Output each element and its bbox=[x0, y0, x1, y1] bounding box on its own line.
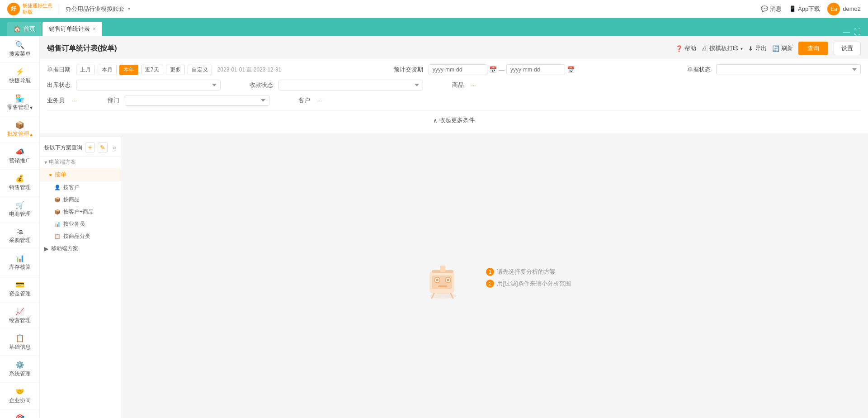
home-icon: 🏠 bbox=[14, 26, 21, 33]
filter-row-date: 单据日期 上月 本月 本年 近7天 更多 自定义 2023-01-01 至 20… bbox=[47, 64, 861, 75]
payment-status-label: 收款状态 bbox=[250, 81, 273, 89]
cal-start-icon[interactable]: 📅 bbox=[489, 66, 497, 73]
cal-end-icon[interactable]: 📅 bbox=[567, 66, 575, 73]
scheme-panel: 按以下方案查询 + ✎ « ▾ 电脑端方案 ● 按单 👤 按客户 bbox=[40, 137, 121, 418]
top-bar-left: 好 畅捷通好生意 标版 办公用品行业模拟账套 ▾ bbox=[7, 3, 130, 15]
scheme-item-by-customer[interactable]: 👤 按客户 bbox=[40, 181, 121, 194]
window-maximize-icon[interactable]: ⛶ bbox=[854, 28, 861, 36]
print-btn[interactable]: 🖨 按模板打印 ▾ bbox=[702, 44, 743, 52]
scheme-collapse-btn[interactable]: « bbox=[113, 144, 116, 151]
tab-home[interactable]: 🏠 首页 bbox=[7, 22, 42, 36]
sidebar-item-marketing[interactable]: 📣 营销推广 bbox=[0, 143, 39, 170]
by-salesperson-icon: 📊 bbox=[54, 221, 61, 227]
sidebar-item-inventory[interactable]: 📊 库存核算 bbox=[0, 249, 39, 276]
product-label: 商品 bbox=[452, 81, 464, 89]
message-btn[interactable]: 💬 消息 bbox=[761, 5, 782, 13]
tip-num-2: 2 bbox=[486, 280, 494, 288]
scheme-item-by-order[interactable]: ● 按单 bbox=[40, 168, 121, 181]
more-btn[interactable]: 更多 bbox=[166, 65, 185, 75]
top-bar: 好 畅捷通好生意 标版 办公用品行业模拟账套 ▾ 💬 消息 📱 App下载 Ea… bbox=[0, 0, 868, 18]
logo-icon: 好 bbox=[7, 3, 20, 15]
last-month-btn[interactable]: 上月 bbox=[76, 65, 95, 75]
scheme-item-by-customer-product[interactable]: 📦 按客户+商品 bbox=[40, 206, 121, 218]
user-name: demo2 bbox=[843, 5, 861, 12]
window-controls: — ⛶ bbox=[843, 28, 861, 36]
help-btn[interactable]: ❓ 帮助 bbox=[675, 44, 696, 52]
status-select[interactable] bbox=[716, 64, 861, 75]
sidebar-item-search-menu[interactable]: 🔍 搜索菜单 bbox=[0, 36, 39, 63]
print-dropdown-icon: ▾ bbox=[741, 46, 743, 51]
scheme-item-by-product-category[interactable]: 📋 按商品分类 bbox=[40, 230, 121, 242]
tab-close-icon[interactable]: × bbox=[93, 26, 96, 32]
shipping-status-select[interactable] bbox=[76, 80, 221, 90]
top-bar-right: 💬 消息 📱 App下载 Ea demo2 bbox=[761, 3, 861, 15]
window-minimize-icon[interactable]: — bbox=[843, 28, 850, 36]
custom-btn[interactable]: 自定义 bbox=[188, 65, 212, 75]
marketing-icon: 📣 bbox=[15, 147, 24, 156]
query-button[interactable]: 查询 bbox=[798, 42, 828, 55]
empty-tip-1: 1 请先选择要分析的方案 bbox=[486, 268, 571, 276]
sidebar-item-sales[interactable]: 💰 销售管理 bbox=[0, 170, 39, 196]
refresh-btn[interactable]: 🔄 刷新 bbox=[772, 44, 793, 52]
this-month-btn[interactable]: 本月 bbox=[98, 65, 117, 75]
department-wrap bbox=[125, 95, 269, 106]
app-download-btn[interactable]: 📱 App下载 bbox=[789, 5, 820, 13]
sidebar-item-new-guide[interactable]: 🎯 新手引导 bbox=[0, 409, 39, 418]
product-ellipsis-btn[interactable]: ··· bbox=[469, 82, 478, 89]
this-year-btn[interactable]: 本年 bbox=[119, 65, 138, 75]
mobile-expand-icon: ▶ bbox=[44, 246, 48, 252]
date-input-wrap: 📅 — 📅 bbox=[429, 64, 575, 75]
sidebar-item-purchase[interactable]: 🛍 采购管理 bbox=[0, 223, 39, 249]
scheme-item-by-salesperson[interactable]: 📊 按业务员 bbox=[40, 218, 121, 230]
retail-icon: 🏪 bbox=[15, 94, 24, 103]
salesperson-ellipsis-btn[interactable]: ··· bbox=[70, 97, 79, 104]
department-label: 部门 bbox=[108, 96, 119, 104]
sidebar-item-retail[interactable]: 🏪 零售管理 ▾ bbox=[0, 90, 39, 116]
sidebar-item-operations[interactable]: 📈 经营管理 bbox=[0, 303, 39, 329]
scheme-toolbar: 按以下方案查询 + ✎ « bbox=[40, 141, 121, 157]
export-btn[interactable]: ⬇ 导出 bbox=[748, 44, 767, 52]
expected-date-start[interactable] bbox=[429, 64, 487, 75]
collapse-icon: ∧ bbox=[433, 117, 438, 124]
ecommerce-icon: 🛒 bbox=[15, 201, 24, 209]
customer-ellipsis-btn[interactable]: ··· bbox=[316, 97, 324, 104]
export-icon: ⬇ bbox=[748, 45, 753, 52]
status-select-wrap bbox=[716, 64, 861, 75]
last-7days-btn[interactable]: 近7天 bbox=[141, 65, 163, 75]
user-area[interactable]: Ea demo2 bbox=[827, 3, 861, 15]
print-icon: 🖨 bbox=[702, 45, 708, 52]
sidebar: 🔍 搜索菜单 ⚡ 快捷导航 🏪 零售管理 ▾ 📦 批发管理 ▴ 📣 营销推广 bbox=[0, 36, 40, 418]
logo-text: 畅捷通好生意 标版 bbox=[23, 3, 52, 14]
scheme-item-by-product[interactable]: 📦 按商品 bbox=[40, 194, 121, 206]
main-layout: 🔍 搜索菜单 ⚡ 快捷导航 🏪 零售管理 ▾ 📦 批发管理 ▴ 📣 营销推广 bbox=[0, 36, 868, 418]
sidebar-item-wholesale[interactable]: 📦 批发管理 ▴ bbox=[0, 116, 39, 143]
date-range-text: 2023-01-01 至 2023-12-31 bbox=[217, 66, 281, 74]
scheme-edit-btn[interactable]: ✎ bbox=[98, 142, 108, 152]
department-select[interactable] bbox=[125, 95, 269, 106]
scheme-add-btn[interactable]: + bbox=[85, 142, 95, 152]
filter-panel: 单据日期 上月 本月 本年 近7天 更多 自定义 2023-01-01 至 20… bbox=[40, 59, 868, 133]
enterprise-collab-icon: 🤝 bbox=[15, 387, 24, 396]
scheme-mobile-category[interactable]: ▶ 移动端方案 bbox=[40, 242, 121, 255]
payment-status-select[interactable] bbox=[278, 80, 423, 90]
sidebar-item-enterprise-collab[interactable]: 🤝 企业协同 bbox=[0, 383, 39, 409]
scheme-pc-category: ▾ 电脑端方案 bbox=[40, 157, 121, 168]
sidebar-item-basics[interactable]: 📋 基础信息 bbox=[0, 329, 39, 356]
sidebar-item-system[interactable]: ⚙️ 系统管理 bbox=[0, 356, 39, 383]
tab-sales-order-stats[interactable]: 销售订单统计表 × bbox=[42, 22, 102, 36]
system-icon: ⚙️ bbox=[15, 361, 24, 369]
reset-button[interactable]: 设置 bbox=[834, 42, 861, 55]
content-area: 销售订单统计表(按单) ❓ 帮助 🖨 按模板打印 ▾ ⬇ 导出 🔄 刷新 bbox=[40, 36, 868, 418]
basics-icon: 📋 bbox=[15, 334, 24, 342]
expected-date-end[interactable] bbox=[506, 64, 565, 75]
user-avatar: Ea bbox=[827, 3, 840, 15]
filter-row-2: 出库状态 收款状态 商品 ··· bbox=[47, 80, 861, 90]
sidebar-item-ecommerce[interactable]: 🛒 电商管理 bbox=[0, 196, 39, 223]
sidebar-item-finance[interactable]: 💳 资金管理 bbox=[0, 276, 39, 303]
by-order-icon: ● bbox=[49, 171, 52, 178]
purchase-icon: 🛍 bbox=[16, 228, 24, 236]
shipping-status-label: 出库状态 bbox=[47, 81, 71, 89]
sidebar-item-quick-nav[interactable]: ⚡ 快捷导航 bbox=[0, 63, 39, 90]
collapse-btn[interactable]: ∧ 收起更多条件 bbox=[47, 113, 861, 128]
app-title-dropdown[interactable]: ▾ bbox=[128, 6, 130, 11]
